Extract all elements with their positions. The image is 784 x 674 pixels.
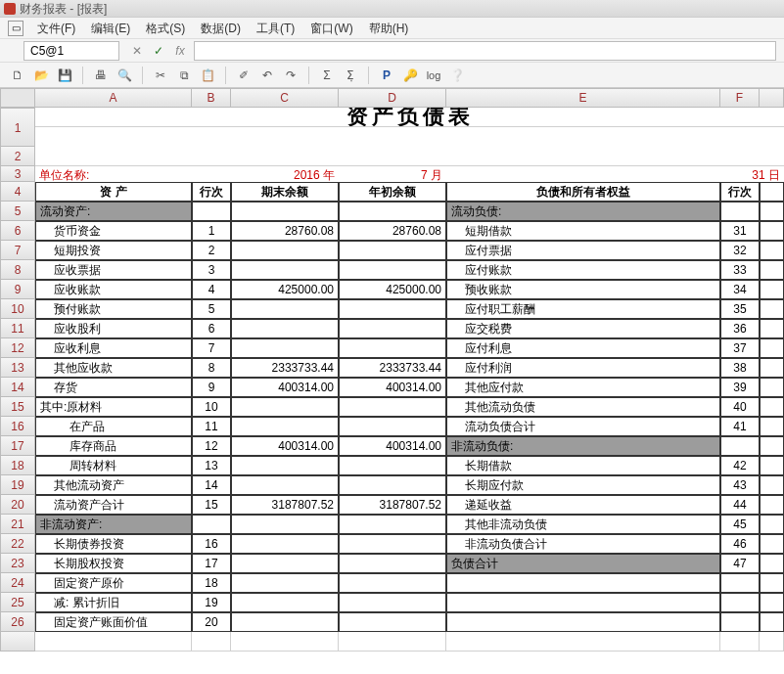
cell[interactable]: 34 xyxy=(720,280,760,299)
cell[interactable] xyxy=(760,241,784,260)
cell[interactable] xyxy=(231,534,339,554)
cell[interactable] xyxy=(231,417,339,436)
cell[interactable]: 其他应收款 xyxy=(35,358,192,378)
cell[interactable] xyxy=(720,436,760,456)
cell[interactable]: 应收股利 xyxy=(35,319,192,338)
brush-icon[interactable]: ✐ xyxy=(234,66,254,85)
cancel-icon[interactable]: ✕ xyxy=(129,43,145,59)
col-header[interactable]: E xyxy=(446,88,720,108)
cell[interactable]: 在产品 xyxy=(35,417,192,436)
cell[interactable] xyxy=(720,573,760,593)
cell[interactable]: 4 xyxy=(192,280,231,299)
cell[interactable] xyxy=(446,593,720,612)
cell[interactable] xyxy=(35,147,784,166)
cell[interactable] xyxy=(760,221,784,241)
cell[interactable]: 短期借款 xyxy=(446,221,720,241)
cell[interactable]: 其他应付款 xyxy=(446,378,720,397)
cell[interactable]: 19 xyxy=(192,593,231,612)
row-header[interactable]: 13 xyxy=(0,358,35,378)
cell[interactable]: 28760.08 xyxy=(339,221,446,241)
cell[interactable] xyxy=(760,417,784,436)
cell[interactable] xyxy=(231,573,339,593)
cell[interactable]: 45 xyxy=(720,515,760,534)
col-header[interactable] xyxy=(760,88,784,108)
menu-tool[interactable]: 工具(T) xyxy=(249,18,302,39)
cell[interactable] xyxy=(760,632,784,652)
undo-icon[interactable]: ↶ xyxy=(257,66,277,85)
cell[interactable]: 预收账款 xyxy=(446,280,720,299)
cell[interactable] xyxy=(231,554,339,573)
cell[interactable] xyxy=(339,593,446,612)
cell[interactable] xyxy=(720,202,760,221)
cell[interactable] xyxy=(760,456,784,475)
cell[interactable]: 长期应付款 xyxy=(446,475,720,495)
cell[interactable]: 期末余额 xyxy=(231,182,339,202)
cell[interactable]: 非流动负债: xyxy=(446,436,720,456)
cell[interactable]: 35 xyxy=(720,299,760,319)
cell[interactable]: 应付利息 xyxy=(446,338,720,358)
cell[interactable]: 应收利息 xyxy=(35,338,192,358)
col-header[interactable]: D xyxy=(339,88,446,108)
cell[interactable] xyxy=(446,612,720,632)
formula-input[interactable] xyxy=(194,41,776,61)
cell[interactable] xyxy=(760,338,784,358)
select-all-corner[interactable] xyxy=(0,88,35,108)
cell[interactable]: 货币资金 xyxy=(35,221,192,241)
row-header[interactable]: 21 xyxy=(0,515,35,534)
cell[interactable]: 11 xyxy=(192,417,231,436)
cell[interactable] xyxy=(231,202,339,221)
sigma2-icon[interactable]: Σ̣ xyxy=(341,66,360,85)
cell[interactable]: 44 xyxy=(720,495,760,515)
row-header[interactable]: 17 xyxy=(0,436,35,456)
cell[interactable]: 存货 xyxy=(35,378,192,397)
log-icon[interactable]: log xyxy=(424,66,443,85)
cell[interactable]: 流动资产合计 xyxy=(35,495,192,515)
cell[interactable]: 应收票据 xyxy=(35,260,192,280)
cell[interactable] xyxy=(339,456,446,475)
cell[interactable]: 46 xyxy=(720,534,760,554)
cell[interactable] xyxy=(760,358,784,378)
new-icon[interactable]: 🗋 xyxy=(8,66,27,85)
cell[interactable] xyxy=(231,632,339,652)
cell[interactable] xyxy=(231,299,339,319)
preview-icon[interactable]: 🔍 xyxy=(115,66,134,85)
row-header[interactable]: 14 xyxy=(0,378,35,397)
cell[interactable] xyxy=(339,515,446,534)
cell[interactable]: 递延收益 xyxy=(446,495,720,515)
cell[interactable]: 425000.00 xyxy=(339,280,446,299)
row-header[interactable] xyxy=(0,632,35,652)
cell[interactable]: 其他非流动负债 xyxy=(446,515,720,534)
cell[interactable]: 1 xyxy=(192,221,231,241)
cell[interactable]: 10 xyxy=(192,397,231,417)
cell[interactable] xyxy=(760,475,784,495)
cell[interactable] xyxy=(339,554,446,573)
cell[interactable]: 应交税费 xyxy=(446,319,720,338)
row-header[interactable]: 20 xyxy=(0,495,35,515)
cell[interactable] xyxy=(339,260,446,280)
cell[interactable] xyxy=(339,573,446,593)
row-header[interactable]: 9 xyxy=(0,280,35,299)
cell[interactable]: 2333733.44 xyxy=(231,358,339,378)
cell[interactable] xyxy=(760,612,784,632)
spreadsheet[interactable]: ABCDEF 123456789101112131415161718192021… xyxy=(0,88,784,674)
cell[interactable]: 400314.00 xyxy=(231,436,339,456)
cell[interactable] xyxy=(339,475,446,495)
menu-help[interactable]: 帮助(H) xyxy=(361,18,417,39)
cell[interactable] xyxy=(760,299,784,319)
row-header[interactable]: 23 xyxy=(0,554,35,573)
cell[interactable] xyxy=(339,319,446,338)
cell[interactable]: 31 xyxy=(720,221,760,241)
cell[interactable]: 固定资产原价 xyxy=(35,573,192,593)
cell[interactable]: 7 xyxy=(192,338,231,358)
cell[interactable]: 400314.00 xyxy=(231,378,339,397)
cell[interactable] xyxy=(231,260,339,280)
cell[interactable]: 2 xyxy=(192,241,231,260)
cell[interactable] xyxy=(760,260,784,280)
cut-icon[interactable]: ✂ xyxy=(151,66,170,85)
col-header[interactable]: C xyxy=(231,88,339,108)
cell[interactable]: 长期借款 xyxy=(446,456,720,475)
cell[interactable]: 负债和所有者权益 xyxy=(446,182,720,202)
cell[interactable]: 8 xyxy=(192,358,231,378)
cell[interactable]: 应收账款 xyxy=(35,280,192,299)
cell[interactable]: 负债合计 xyxy=(446,554,720,573)
